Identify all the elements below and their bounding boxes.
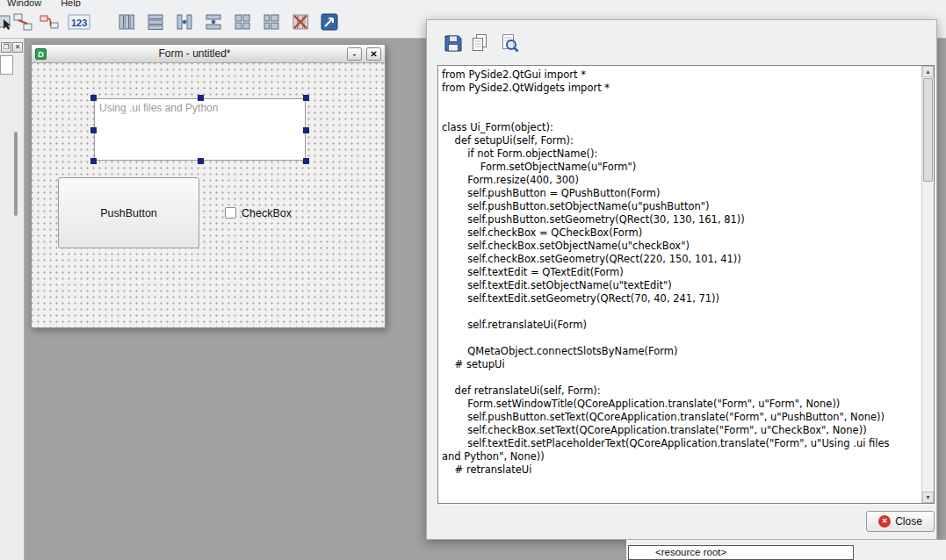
svg-text:123: 123 <box>71 18 87 28</box>
code-text: from PySide2.QtGui import *from PySide2.… <box>438 66 921 503</box>
close-button-label: Close <box>895 515 922 528</box>
checkbox-label: CheckBox <box>242 207 292 219</box>
code-preview-dialog: from PySide2.QtGui import *from PySide2.… <box>426 19 937 540</box>
textedit-placeholder: Using .ui files and Python <box>99 102 218 114</box>
code-vertical-scrollbar[interactable] <box>921 66 934 503</box>
menu-help[interactable]: Help <box>61 0 81 7</box>
layout-form-icon[interactable] <box>262 11 281 32</box>
code-line: from PySide2.QtGui import * <box>442 68 921 82</box>
code-line: self.checkBox.setObjectName(u"checkBox") <box>442 240 921 253</box>
code-line: self.pushButton.setText(QCoreApplication… <box>442 411 921 424</box>
checkbox-widget[interactable]: CheckBox <box>225 195 314 231</box>
save-icon[interactable] <box>443 32 464 54</box>
layout-vertical-icon[interactable] <box>146 11 165 32</box>
layout-horizontal-splitter-icon[interactable] <box>175 11 194 32</box>
minimize-icon[interactable] <box>347 47 362 61</box>
code-line: self.pushButton.setGeometry(QRect(30, 13… <box>442 213 921 226</box>
code-line: if not Form.objectName(): <box>442 147 921 161</box>
code-line: self.retranslateUi(Form) <box>442 319 921 332</box>
code-line <box>442 371 921 384</box>
code-line: self.textEdit.setObjectName(u"textEdit") <box>442 279 921 292</box>
selection-handle[interactable] <box>90 127 97 133</box>
layout-vertical-splitter-icon[interactable] <box>204 11 223 32</box>
adjust-size-icon[interactable] <box>320 11 339 32</box>
left-dock-strip <box>0 39 25 560</box>
find-icon[interactable] <box>499 32 520 54</box>
code-line <box>442 332 921 345</box>
layout-horizontal-icon[interactable] <box>117 11 136 32</box>
code-line: self.textEdit.setPlaceholderText(QCoreAp… <box>442 437 921 450</box>
code-line: self.checkBox.setText(QCoreApplication.t… <box>442 424 921 437</box>
code-line: def setupUi(self, Form): <box>442 134 921 147</box>
form-window-icon <box>35 48 47 60</box>
code-line: # setupUi <box>442 358 921 371</box>
code-line: # retranslateUi <box>442 463 921 477</box>
selection-handle[interactable] <box>303 95 309 101</box>
edit-tab-order-icon[interactable]: 123 <box>67 11 91 32</box>
code-line: self.textEdit.setGeometry(QRect(70, 40, … <box>442 292 921 305</box>
close-icon[interactable] <box>366 47 381 61</box>
scroll-down-icon[interactable] <box>922 492 934 503</box>
edit-buddies-icon[interactable] <box>39 11 60 32</box>
selection-handle[interactable] <box>90 95 97 101</box>
code-line <box>442 95 921 108</box>
code-line: Form.setWindowTitle(QCoreApplication.tra… <box>442 398 921 411</box>
dialog-close-button[interactable]: Close <box>866 511 935 532</box>
float-dock-icon[interactable] <box>1 42 11 53</box>
form-window-title: Form - untitled* <box>47 47 343 60</box>
selection-handle[interactable] <box>198 95 204 101</box>
scroll-up-icon[interactable] <box>922 66 934 77</box>
code-line: QMetaObject.connectSlotsByName(Form) <box>442 345 921 358</box>
code-line <box>442 108 921 121</box>
resource-browser-fragment: <resource root> <box>626 540 946 560</box>
layout-grid-icon[interactable] <box>233 11 252 32</box>
code-line: Form.resize(400, 300) <box>442 174 921 187</box>
pushbutton-widget[interactable]: PushButton <box>58 177 199 248</box>
qt-designer-screen: Window Help 123 <box>0 0 946 560</box>
code-view[interactable]: from PySide2.QtGui import *from PySide2.… <box>437 65 935 504</box>
code-line: self.checkBox = QCheckBox(Form) <box>442 226 921 240</box>
code-line: and Python", None)) <box>442 450 921 463</box>
selection-handle[interactable] <box>303 127 309 133</box>
menu-window[interactable]: Window <box>7 0 41 7</box>
selection-handle[interactable] <box>303 158 309 164</box>
resource-root-item[interactable]: <resource root> <box>628 545 854 560</box>
code-line: class Ui_Form(object): <box>442 121 921 134</box>
close-circle-icon <box>878 515 891 528</box>
code-line: self.pushButton = QPushButton(Form) <box>442 187 921 200</box>
code-line: def retranslateUi(self, Form): <box>442 384 921 398</box>
selection-handle[interactable] <box>90 158 97 164</box>
code-line <box>442 305 921 319</box>
checkbox-indicator[interactable] <box>225 207 236 219</box>
break-layout-icon[interactable] <box>291 11 310 32</box>
dock-scrollbar[interactable] <box>14 132 18 216</box>
code-line: Form.setObjectName(u"Form") <box>442 161 921 174</box>
dock-filter-field[interactable] <box>0 55 13 75</box>
code-line: self.textEdit = QTextEdit(Form) <box>442 266 921 279</box>
close-dock-icon[interactable] <box>12 42 23 53</box>
edit-signals-slots-icon[interactable] <box>12 11 33 32</box>
menubar: Window Help <box>7 0 81 7</box>
form-window-titlebar[interactable]: Form - untitled* <box>32 45 385 63</box>
copy-icon[interactable] <box>469 32 490 54</box>
textedit-widget[interactable]: Using .ui files and Python <box>94 98 306 161</box>
form-canvas[interactable]: Using .ui files and Python PushButton Ch… <box>32 63 385 327</box>
selection-handle[interactable] <box>198 158 204 164</box>
code-line: self.checkBox.setGeometry(QRect(220, 150… <box>442 253 921 266</box>
form-editor-window: Form - untitled* Using .ui files and Pyt… <box>31 44 386 328</box>
code-line: self.pushButton.setObjectName(u"pushButt… <box>442 200 921 213</box>
scrollbar-thumb[interactable] <box>923 78 933 182</box>
code-line: from PySide2.QtWidgets import * <box>442 82 921 95</box>
